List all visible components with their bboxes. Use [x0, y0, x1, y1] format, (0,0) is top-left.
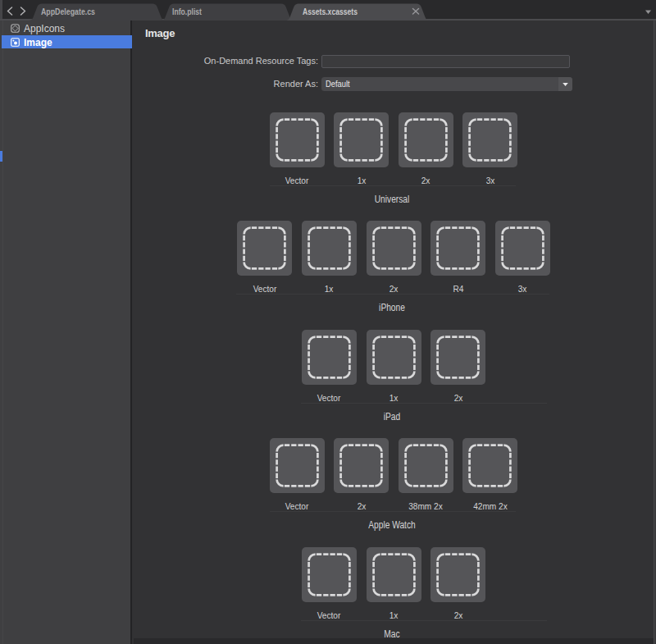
svg-text:AppDelegate.cs: AppDelegate.cs [41, 7, 95, 16]
svg-text:Info.plist: Info.plist [172, 7, 202, 16]
svg-text:Assets.xcassets: Assets.xcassets [303, 7, 358, 16]
